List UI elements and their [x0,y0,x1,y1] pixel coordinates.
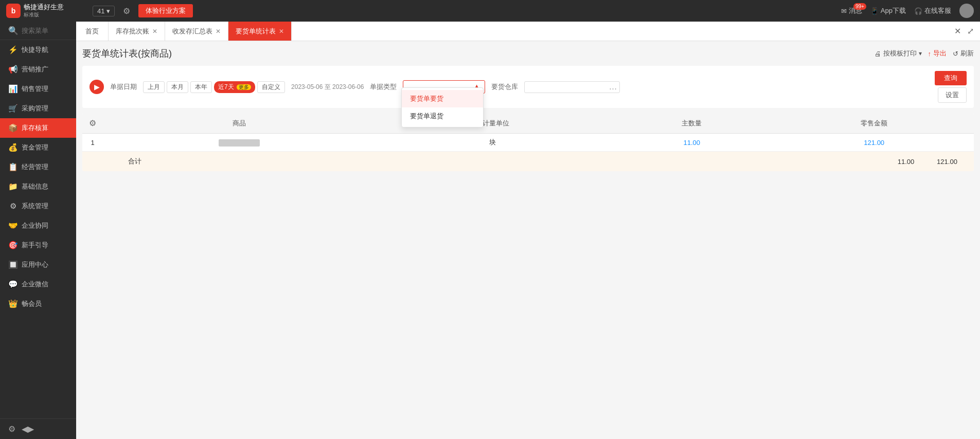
dropdown-menu: 要货单要货 要货单退货 [401,87,484,127]
sidebar-item-appstore[interactable]: 🔲 应用中心 [0,255,76,275]
row-unit: 块 [376,134,609,152]
tab-expand-btn[interactable]: ⤢ [965,24,976,38]
set-button[interactable]: 设置 [938,87,967,103]
sidebar-label-member: 畅会员 [22,299,42,308]
sidebar-item-marketing[interactable]: 📢 营销推广 [0,60,76,79]
tab-receipts-summary[interactable]: 收发存汇总表 ✕ [165,22,228,41]
type-dropdown: 要货单要货 要货单退货 [401,87,484,127]
sidebar-item-purchase[interactable]: 🛒 采购管理 [0,99,76,118]
cooperation-icon: 🤝 [8,221,17,230]
sidebar-label-basic: 基础信息 [22,182,48,191]
tab-close-inventory-batch[interactable]: ✕ [152,28,157,35]
sidebar-item-operations[interactable]: 📋 经营管理 [0,157,76,177]
query-button[interactable]: 查询 [935,71,967,85]
settings-gear-icon[interactable]: ⚙ [8,424,15,434]
row-quantity[interactable]: 11.00 [609,134,774,152]
date-range-display: 2023-05-06 至 2023-06-06 [291,83,364,92]
logo-area: b 畅捷通好生意 标准版 [6,3,82,19]
user-avatar[interactable] [959,4,974,18]
store-selector[interactable]: 41 ▾ [93,6,115,16]
filter-expand-btn[interactable]: ▶ [90,80,104,94]
tab-bar: 首页 库存批次账 ✕ 收发存汇总表 ✕ 要货单统计表 ✕ ✕ ⤢ [76,22,980,41]
page-actions: 🖨 按模板打印 ▾ ↑ 导出 ↺ 刷新 [875,49,974,58]
sidebar-label-wechat: 企业微信 [22,280,48,289]
tab-close-order-stats[interactable]: ✕ [279,28,284,35]
page-content: 要货单统计表(按商品) 🖨 按模板打印 ▾ ↑ 导出 ↺ 刷新 [76,41,980,439]
app-download-btn[interactable]: 📱 App下载 [870,6,906,15]
sidebar-item-sales[interactable]: 📊 销售管理 [0,79,76,99]
tab-close-receipts-summary[interactable]: ✕ [216,28,221,35]
dropdown-item-1[interactable]: 要货单退货 [402,107,483,125]
sidebar-label-purchase: 采购管理 [22,104,48,113]
sidebar-search-area[interactable]: 🔍 [0,22,76,40]
warehouse-more-icon[interactable]: … [609,82,617,92]
col-settings[interactable]: ⚙ [82,113,103,134]
search-input[interactable] [22,27,68,34]
date-buttons: 上月 本月 本年 近7天 更多 自定义 [143,81,285,93]
footer-quantity: 11.00 [885,158,926,166]
settings-icon-top[interactable]: ⚙ [123,6,130,16]
chevron-down-print: ▾ [919,50,922,57]
table-settings-icon[interactable]: ⚙ [89,119,96,127]
tab-bar-right: ✕ ⤢ [952,24,980,38]
sidebar-item-quick-nav[interactable]: ⚡ 快捷导航 [0,40,76,60]
trial-button[interactable]: 体验行业方案 [138,4,193,17]
sidebar-item-inventory[interactable]: 📦 库存核算 [0,118,76,138]
messages-badge: 99+ [853,3,866,10]
col-goods: 商品 [103,113,376,134]
export-icon: ↑ [928,50,932,58]
logo-name: 畅捷通好生意 [24,3,64,11]
refresh-btn[interactable]: ↺ 刷新 [953,49,974,58]
date-btn-this-month[interactable]: 本月 [167,81,188,93]
search-icon: 🔍 [8,26,19,35]
system-icon: ⚙ [8,202,17,211]
date-btn-7days[interactable]: 近7天 更多 [214,81,255,93]
sidebar-item-member[interactable]: 👑 畅会员 [0,294,76,314]
sidebar-label-finance: 资金管理 [22,143,48,152]
message-icon: ✉ [841,7,847,15]
row-amount[interactable]: 121.00 [774,134,974,152]
sidebar-item-basic[interactable]: 📁 基础信息 [0,177,76,196]
tab-order-stats[interactable]: 要货单统计表 ✕ [228,22,292,41]
date-btn-this-year[interactable]: 本年 [190,81,212,93]
logo-icon: b [6,4,21,18]
headset-icon: 🎧 [914,7,922,15]
content-area: 首页 库存批次账 ✕ 收发存汇总表 ✕ 要货单统计表 ✕ ✕ ⤢ 要 [76,22,980,439]
collapse-icon[interactable]: ◀▶ [22,424,34,434]
date-btn-last-month[interactable]: 上月 [143,81,165,93]
guide-icon: 🎯 [8,241,17,250]
sidebar-label-guide: 新手引导 [22,241,48,250]
filter-bar: ▶ 单据日期 上月 本月 本年 近7天 更多 自定义 2023-05-06 至 … [82,66,974,108]
date-btn-custom[interactable]: 自定义 [257,81,285,93]
sidebar-item-finance[interactable]: 💰 资金管理 [0,138,76,157]
main-layout: 🔍 ⚡ 快捷导航 📢 营销推广 📊 销售管理 🛒 采购管理 📦 库存核算 💰 资… [0,22,980,439]
top-center: 41 ▾ ⚙ 体验行业方案 [82,4,841,17]
refresh-icon: ↺ [953,50,958,58]
sidebar-label-system: 系统管理 [22,202,48,211]
tab-close-all-btn[interactable]: ✕ [952,24,963,38]
quick-nav-icon: ⚡ [8,45,17,54]
print-btn[interactable]: 🖨 按模板打印 ▾ [875,49,922,58]
sidebar-label-marketing: 营销推广 [22,65,48,74]
col-quantity: 主数量 [609,113,774,134]
chevron-down-icon: ▾ [106,7,110,15]
export-btn[interactable]: ↑ 导出 [928,49,947,58]
marketing-icon: 📢 [8,65,17,74]
tab-inventory-batch[interactable]: 库存批次账 ✕ [109,22,165,41]
sidebar-item-guide[interactable]: 🎯 新手引导 [0,235,76,255]
sidebar-item-system[interactable]: ⚙ 系统管理 [0,196,76,216]
top-right: ✉ 消息 99+ 📱 App下载 🎧 在线客服 [841,4,974,18]
online-service-btn[interactable]: 🎧 在线客服 [914,6,951,15]
sidebar-item-cooperation[interactable]: 🤝 企业协同 [0,216,76,235]
footer-label: 合计 [88,157,181,166]
sidebar-item-wechat[interactable]: 💬 企业微信 [0,275,76,294]
messages-btn[interactable]: ✉ 消息 99+ [841,6,862,15]
table-row: 1 块 11.00 121.00 [82,134,974,152]
row-no: 1 [82,134,103,152]
col-amount: 零售金额 [774,113,974,134]
wechat-icon: 💬 [8,280,17,289]
tab-home[interactable]: 首页 [76,22,109,41]
dropdown-item-0[interactable]: 要货单要货 [402,90,483,107]
sidebar-label-sales: 销售管理 [22,84,48,94]
warehouse-input[interactable] [524,81,620,93]
